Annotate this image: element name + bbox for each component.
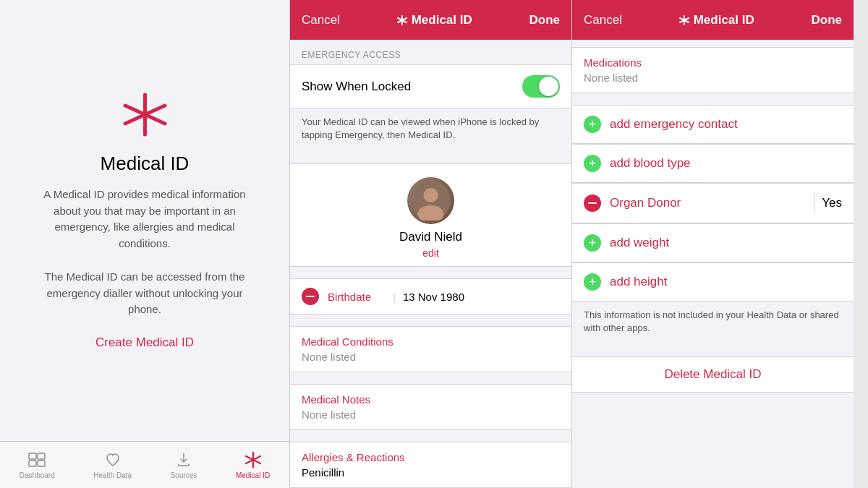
create-medical-id-link[interactable]: Create Medical ID xyxy=(95,335,194,350)
tab-sources-label: Sources xyxy=(171,471,197,479)
tab-medical-id-label: Medical ID xyxy=(236,471,270,479)
svg-rect-6 xyxy=(38,461,45,466)
tab-dashboard[interactable]: Dashboard xyxy=(20,450,55,479)
medical-notes-section: Medical Notes None listed xyxy=(290,384,571,430)
medical-conditions-value: None listed xyxy=(302,351,560,363)
modal-scroll-2: EMERGENCY ACCESS Show When Locked Your M… xyxy=(290,40,571,488)
panel-main: Medical ID A Medical ID provides medical… xyxy=(0,0,289,488)
allergies-value: Penicillin xyxy=(302,466,560,479)
modal-title-3: Medical ID xyxy=(679,13,754,27)
main-title: Medical ID xyxy=(101,153,190,175)
medical-id-tab-icon xyxy=(244,450,263,469)
description-2: The Medical ID can be accessed from the … xyxy=(29,269,260,318)
add-height-label: add height xyxy=(610,275,667,289)
medications-section: Medications None listed xyxy=(572,47,854,93)
done-button-3[interactable]: Done xyxy=(811,13,842,27)
svg-rect-4 xyxy=(38,453,45,459)
avatar-image xyxy=(411,181,451,221)
organ-donor-label: Organ Donor xyxy=(610,196,807,210)
birthdate-row: Birthdate | 13 Nov 1980 xyxy=(290,279,571,314)
profile-avatar xyxy=(407,177,454,224)
add-weight-plus xyxy=(584,234,601,252)
toggle-info-text: Your Medical ID can be viewed when iPhon… xyxy=(290,108,571,152)
allergies-title: Allergies & Reactions xyxy=(302,451,560,463)
sources-icon xyxy=(174,450,193,469)
cancel-button-3[interactable]: Cancel xyxy=(584,13,622,27)
medical-conditions-section: Medical Conditions None listed xyxy=(290,326,571,372)
show-when-locked-card: Show When Locked xyxy=(290,64,571,108)
asterisk-header-icon-3 xyxy=(679,15,689,25)
asterisk-header-icon xyxy=(397,15,407,25)
tab-dashboard-label: Dashboard xyxy=(20,471,55,479)
organ-donor-row[interactable]: Organ Donor Yes xyxy=(572,183,854,223)
dashboard-icon xyxy=(27,450,46,469)
organ-donor-minus-btn[interactable] xyxy=(584,194,601,212)
show-when-locked-label: Show When Locked xyxy=(302,80,411,94)
show-when-locked-toggle[interactable] xyxy=(522,75,560,98)
delete-medical-id-section[interactable]: Delete Medical ID xyxy=(572,356,854,393)
birthdate-sep: | xyxy=(393,291,396,303)
asterisk-icon xyxy=(122,91,169,138)
svg-rect-5 xyxy=(29,461,36,466)
delete-medical-id-label: Delete Medical ID xyxy=(664,367,761,381)
birthdate-minus-btn[interactable] xyxy=(302,288,319,305)
tab-medical-id[interactable]: Medical ID xyxy=(236,450,270,479)
medications-value: None listed xyxy=(584,72,842,84)
birthdate-value: 13 Nov 1980 xyxy=(403,291,464,303)
tab-health-data[interactable]: Health Data xyxy=(93,450,132,479)
profile-name: David Nield xyxy=(399,230,462,244)
organ-donor-separator xyxy=(814,192,814,214)
modal-header-3: Cancel Medical ID Done xyxy=(572,0,854,40)
add-emergency-contact-plus xyxy=(584,116,601,133)
emergency-access-label: EMERGENCY ACCESS xyxy=(290,40,571,64)
medical-notes-value: None listed xyxy=(302,408,560,421)
toggle-knob xyxy=(539,77,558,96)
birthdate-label: Birthdate xyxy=(328,291,386,303)
panel-medical-id-form: Cancel Medical ID Done EMERGENCY ACCESS … xyxy=(289,0,571,488)
tab-sources[interactable]: Sources xyxy=(171,450,197,479)
health-data-icon xyxy=(103,450,122,469)
add-emergency-contact-label: add emergency contact xyxy=(610,117,738,132)
main-content: Medical ID A Medical ID provides medical… xyxy=(0,0,289,441)
svg-rect-3 xyxy=(29,453,36,459)
allergies-section: Allergies & Reactions Penicillin xyxy=(290,442,571,488)
modal-header-2: Cancel Medical ID Done xyxy=(290,0,571,40)
add-emergency-contact-row[interactable]: add emergency contact xyxy=(572,106,854,144)
profile-edit-link[interactable]: edit xyxy=(422,247,439,259)
done-button-2[interactable]: Done xyxy=(529,13,560,27)
add-rows-group: add emergency contact add blood type Org… xyxy=(572,105,854,301)
info-note: This information is not included in your… xyxy=(572,301,854,342)
add-height-row[interactable]: add height xyxy=(572,262,854,301)
panel-medical-id-details: Cancel Medical ID Done Medications None … xyxy=(571,0,854,488)
add-blood-type-row[interactable]: add blood type xyxy=(572,144,854,183)
add-height-plus xyxy=(584,273,601,291)
medications-title: Medications xyxy=(584,56,842,69)
add-blood-type-label: add blood type xyxy=(610,156,691,171)
modal-scroll-3: Medications None listed add emergency co… xyxy=(572,40,854,488)
medical-conditions-title: Medical Conditions xyxy=(302,335,560,348)
add-weight-label: add weight xyxy=(610,236,669,250)
profile-row: David Nield edit xyxy=(290,163,571,267)
tab-bar: Dashboard Health Data Sources xyxy=(0,441,289,488)
cancel-button-2[interactable]: Cancel xyxy=(302,13,340,27)
add-blood-type-plus xyxy=(584,155,601,172)
modal-title-2: Medical ID xyxy=(397,13,472,27)
description-1: A Medical ID provides medical informatio… xyxy=(29,187,260,252)
organ-donor-value: Yes xyxy=(822,196,842,210)
svg-point-14 xyxy=(424,188,438,202)
toggle-row: Show When Locked xyxy=(290,65,571,108)
medical-notes-title: Medical Notes xyxy=(302,393,560,406)
tab-health-data-label: Health Data xyxy=(93,471,132,479)
add-weight-row[interactable]: add weight xyxy=(572,223,854,262)
